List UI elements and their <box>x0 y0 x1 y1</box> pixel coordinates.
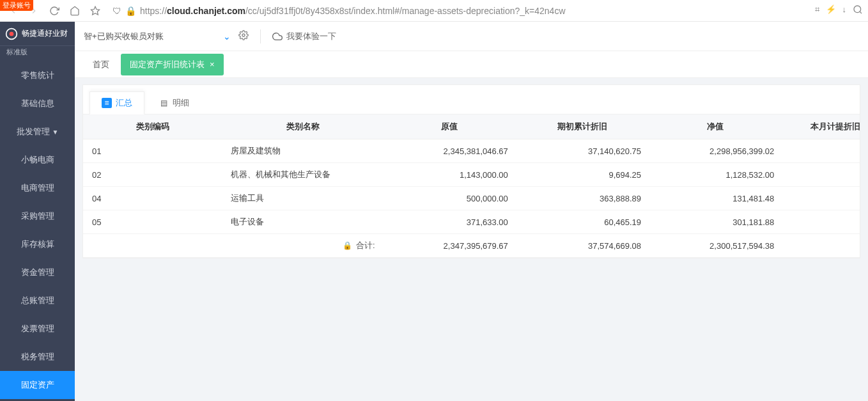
sidebar-item-label: 总账管理 <box>21 295 54 306</box>
cell-month <box>782 210 860 234</box>
flash-icon[interactable]: ⚡ <box>826 4 836 17</box>
cell-orig: 371,633.00 <box>383 210 516 234</box>
caret-down-icon: ▼ <box>52 129 59 136</box>
cell-net: 1,128,532.00 <box>649 163 782 187</box>
module-selector[interactable]: 智+已购买收银员对账 ⌄ <box>84 31 231 42</box>
sidebar-item-label: 零售统计 <box>21 70 54 81</box>
url-bar[interactable]: 🛡 🔒 https://cloud.chanjet.com/cc/uj5df31… <box>107 6 811 16</box>
table-row[interactable]: 02机器、机械和其他生产设备1,143,000.009,694.251,128,… <box>83 163 860 187</box>
brand-icon <box>5 28 18 40</box>
experience-label: 我要体验一下 <box>286 31 336 42</box>
sidebar-item-label: 基础信息 <box>21 98 54 109</box>
sidebar-item-label: 小畅电商 <box>21 154 54 166</box>
sidebar-item-label: 税务管理 <box>21 351 54 363</box>
home-button[interactable] <box>66 3 83 19</box>
cell-net: 301,181.88 <box>649 210 782 234</box>
cell-net: 2,298,956,399.02 <box>649 139 782 163</box>
subtab-summary[interactable]: ≡ 汇总 <box>89 91 144 114</box>
cell-accum: 363,888.89 <box>516 187 649 210</box>
cell-accum: 37,140,620.75 <box>516 139 649 163</box>
sidebar-menu: 零售统计基础信息批发管理▼小畅电商电商管理采购管理库存核算资金管理总账管理发票管… <box>0 61 75 401</box>
column-header[interactable]: 净值 <box>649 114 782 139</box>
cell-month <box>782 187 860 210</box>
cell-total-label: 🔒合计: <box>83 234 383 258</box>
column-header[interactable]: 原值 <box>383 114 516 139</box>
header-row: 智+已购买收银员对账 ⌄ 我要体验一下 <box>75 22 868 51</box>
svg-point-1 <box>854 6 861 13</box>
search-icon[interactable] <box>853 4 863 17</box>
login-badge[interactable]: 登录账号 <box>0 0 33 11</box>
subtab-label: 明细 <box>173 97 189 109</box>
tabs-row: 首页 固定资产折旧统计表 × <box>75 51 868 78</box>
cell-accum: 60,465.19 <box>516 210 649 234</box>
main-content: 智+已购买收银员对账 ⌄ 我要体验一下 首页 固定资产折旧统计表 × ≡ <box>75 22 868 401</box>
sidebar-item[interactable]: 电商管理 <box>0 174 75 202</box>
table-row[interactable]: 01房屋及建筑物2,345,381,046.6737,140,620.752,2… <box>83 139 860 163</box>
cell-code: 01 <box>83 139 223 163</box>
cell-net: 131,481.48 <box>649 187 782 210</box>
table-row[interactable]: 04运输工具500,000.00363,888.89131,481.48 <box>83 187 860 210</box>
sidebar-item[interactable]: 总账管理 <box>0 287 75 315</box>
summary-icon: ≡ <box>102 98 112 108</box>
module-selector-label: 智+已购买收银员对账 <box>84 31 164 42</box>
favorite-button[interactable] <box>87 3 104 19</box>
table-total-row: 🔒合计:2,347,395,679.6737,574,669.082,300,5… <box>83 234 860 258</box>
sidebar-item[interactable]: 小畅电商 <box>0 146 75 174</box>
cell-orig: 1,143,000.00 <box>383 163 516 187</box>
qr-icon[interactable]: ⌗ <box>815 4 819 17</box>
sidebar-item[interactable]: 基础信息 <box>0 90 75 118</box>
cell-month <box>782 163 860 187</box>
column-header[interactable]: 类别编码 <box>83 114 223 139</box>
subtab-detail[interactable]: ▤ 明细 <box>147 91 201 114</box>
lock-icon: 🔒 <box>343 241 352 250</box>
sidebar-item[interactable]: 发票管理 <box>0 315 75 343</box>
svg-line-2 <box>860 12 862 13</box>
sidebar-item[interactable]: 批发管理▼ <box>0 118 75 146</box>
cell-name: 电子设备 <box>223 210 383 234</box>
tab-home[interactable]: 首页 <box>84 54 118 75</box>
depreciation-table: 类别编码类别名称原值期初累计折旧净值本月计提折旧 01房屋及建筑物2,345,3… <box>83 114 860 258</box>
divider <box>260 29 261 43</box>
sidebar-item-label: 批发管理 <box>17 126 50 138</box>
sidebar-item-label: 电商管理 <box>21 182 54 194</box>
url-text: https://cloud.chanjet.com/cc/uj5df31ffj0… <box>140 6 566 16</box>
sidebar-item[interactable]: 固定资产 <box>0 371 75 399</box>
browser-toolbar: 🛡 🔒 https://cloud.chanjet.com/cc/uj5df31… <box>0 0 868 22</box>
cell-total-orig: 2,347,395,679.67 <box>383 234 516 258</box>
column-header[interactable]: 类别名称 <box>223 114 383 139</box>
sidebar-item[interactable]: 库存核算 <box>0 230 75 258</box>
cell-total-net: 2,300,517,594.38 <box>649 234 782 258</box>
cloud-icon <box>272 31 283 42</box>
svg-point-4 <box>10 31 14 36</box>
gear-icon[interactable] <box>238 30 249 42</box>
sidebar-item[interactable]: 资金管理 <box>0 258 75 287</box>
sidebar-item[interactable]: 零售统计 <box>0 61 75 90</box>
sidebar-item-label: 固定资产 <box>21 379 54 391</box>
shield-icon: 🛡 <box>112 6 121 16</box>
cell-code: 04 <box>83 187 223 210</box>
tab-label: 固定资产折旧统计表 <box>130 59 205 70</box>
reload-button[interactable] <box>46 3 63 19</box>
detail-icon: ▤ <box>159 98 169 108</box>
column-header[interactable]: 期初累计折旧 <box>516 114 649 139</box>
download-icon[interactable]: ↓ <box>842 4 847 17</box>
cell-name: 运输工具 <box>223 187 383 210</box>
sidebar: 畅捷通好业财 标准版 零售统计基础信息批发管理▼小畅电商电商管理采购管理库存核算… <box>0 22 75 401</box>
sidebar-item[interactable]: 采购管理 <box>0 202 75 230</box>
column-header[interactable]: 本月计提折旧 <box>782 114 860 139</box>
experience-link[interactable]: 我要体验一下 <box>272 31 336 42</box>
cell-accum: 9,694.25 <box>516 163 649 187</box>
table-row[interactable]: 05电子设备371,633.0060,465.19301,181.88 <box>83 210 860 234</box>
svg-point-5 <box>242 34 245 36</box>
sub-tabs: ≡ 汇总 ▤ 明细 <box>83 85 860 114</box>
table-wrapper[interactable]: 类别编码类别名称原值期初累计折旧净值本月计提折旧 01房屋及建筑物2,345,3… <box>83 114 860 258</box>
cell-total-accum: 37,574,669.08 <box>516 234 649 258</box>
chevron-down-icon: ⌄ <box>223 31 231 42</box>
tab-depreciation[interactable]: 固定资产折旧统计表 × <box>121 54 224 75</box>
lock-icon: 🔒 <box>125 6 136 16</box>
sidebar-item[interactable]: 税务管理 <box>0 343 75 371</box>
cell-month: 9,2 <box>782 139 860 163</box>
sidebar-item-label: 发票管理 <box>21 323 54 334</box>
svg-marker-0 <box>91 6 99 15</box>
close-icon[interactable]: × <box>210 59 215 69</box>
